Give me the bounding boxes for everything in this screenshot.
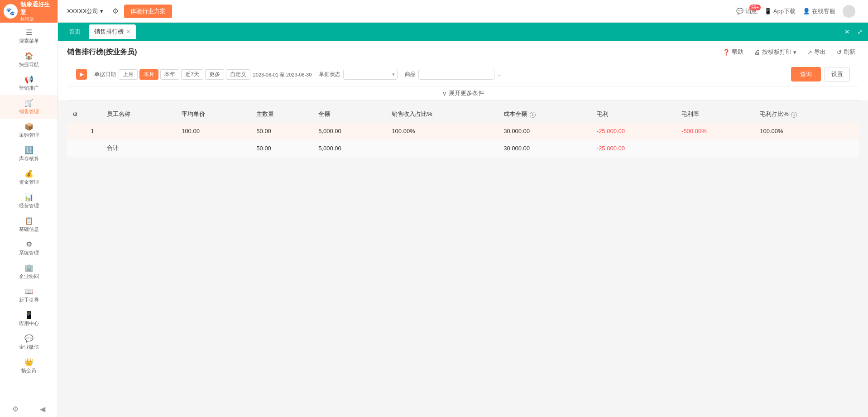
export-label: 导出 xyxy=(814,48,826,56)
logo-text: 畅康通好生意 标准版 xyxy=(20,1,54,22)
help-btn[interactable]: ❓ 帮助 xyxy=(719,46,747,58)
status-filter-label: 单据状态 xyxy=(319,71,340,78)
col-avg-price: 平均单价 xyxy=(176,105,251,123)
sidebar-item-guide[interactable]: 📖 新手引导 xyxy=(0,283,58,307)
sidebar-item-wechat[interactable]: 💬 企业微信 xyxy=(0,331,58,354)
sidebar-item-search[interactable]: ☰ 搜索菜单 xyxy=(0,24,58,48)
tab-close-icon[interactable]: ✕ xyxy=(126,29,130,35)
tab-home[interactable]: 首页 xyxy=(62,23,88,41)
sidebar-item-label: 采购管理 xyxy=(19,132,39,139)
footer-gross: -25,000.00 xyxy=(591,139,676,157)
col-settings[interactable]: ⚙ xyxy=(67,105,83,123)
footer-gross-pct xyxy=(754,139,859,157)
sidebar-item-system[interactable]: ⚙ 系统管理 xyxy=(0,236,58,260)
logo-title: 畅康通好生意 xyxy=(20,1,54,16)
app-download-btn[interactable]: 📱 App下载 xyxy=(764,7,796,15)
sidebar-item-purchase[interactable]: 📦 采购管理 xyxy=(0,119,58,142)
status-select[interactable] xyxy=(343,69,398,80)
search-menu-icon: ☰ xyxy=(26,28,32,37)
service-label: 在线客服 xyxy=(812,7,835,15)
filter-actions: 查询 设置 xyxy=(791,67,850,81)
date-btn-more[interactable]: 更多 xyxy=(205,69,224,80)
sidebar-item-quick[interactable]: 🏠 快捷导航 xyxy=(0,48,58,72)
tab-sales-ranking[interactable]: 销售排行榜 ✕ xyxy=(89,24,136,39)
col-amount: 全额 xyxy=(313,105,386,123)
tab-maximize-btn[interactable]: ⤢ xyxy=(855,26,864,37)
footer-rank xyxy=(83,139,101,157)
avatar[interactable] xyxy=(843,5,855,18)
sidebar-item-basic[interactable]: 📋 基础信息 xyxy=(0,213,58,236)
table-body: 1 100.00 50.00 5,000.00 100.00% 30,000.0… xyxy=(67,123,859,139)
expand-more-btn[interactable]: ∨ 展开更多条件 xyxy=(442,89,484,97)
message-badge: 99+ xyxy=(749,5,761,10)
date-btn-this-month[interactable]: 本月 xyxy=(139,69,158,80)
system-icon: ⚙ xyxy=(26,240,32,249)
date-btn-last-month[interactable]: 上月 xyxy=(119,69,138,80)
date-btn-7days[interactable]: 近7天 xyxy=(181,69,203,80)
company-selector[interactable]: XXXXX公司 ▾ xyxy=(63,5,107,17)
export-btn[interactable]: ↗ 导出 xyxy=(804,46,830,58)
date-filter-group: 单据日期 上月 本月 本年 近7天 更多 自定义 2023-06-01 至 20… xyxy=(94,69,312,80)
sidebar-item-label: 资金管理 xyxy=(19,179,39,186)
date-btn-custom[interactable]: 自定义 xyxy=(226,69,250,80)
filter-toggle-btn[interactable]: ▶ xyxy=(76,69,87,80)
sidebar-item-sales[interactable]: 🛒 销售管理 xyxy=(0,95,58,119)
footer-label: 合计 xyxy=(101,139,176,157)
marketing-icon: 📢 xyxy=(24,75,34,84)
cost-info-icon[interactable]: ℹ xyxy=(530,112,536,118)
status-filter-group: 单据状态 xyxy=(319,69,398,80)
template-print-btn[interactable]: 🖨 按模板打印 ▾ xyxy=(751,46,800,58)
cell-settings xyxy=(67,123,83,139)
sidebar-item-label: 快捷导航 xyxy=(19,61,39,68)
page-header: 销售排行榜(按业务员) ❓ 帮助 🖨 按模板打印 ▾ ↗ 导出 xyxy=(58,41,868,101)
apps-icon: 📱 xyxy=(24,311,34,319)
filter-settings-btn[interactable]: 设置 xyxy=(825,67,850,81)
message-btn[interactable]: 💬 消息 99+ xyxy=(736,7,757,15)
sidebar-item-member[interactable]: 👑 畅会员 xyxy=(0,354,58,378)
sidebar-item-marketing[interactable]: 📢 营销推广 xyxy=(0,72,58,95)
sidebar-item-operations[interactable]: 📊 经营管理 xyxy=(0,189,58,213)
cell-sales-pct: 100.00% xyxy=(386,123,498,139)
sidebar-item-label: 经营管理 xyxy=(19,202,39,209)
topbar: XXXXX公司 ▾ ⚙ 体验行业方案 💬 消息 99+ 📱 App下载 👤 在线… xyxy=(58,0,868,23)
settings-icon[interactable]: ⚙ xyxy=(110,5,120,17)
refresh-label: 刷新 xyxy=(844,48,855,56)
sidebar-item-label: 新手引导 xyxy=(19,297,39,303)
sidebar-item-label: 畅会员 xyxy=(21,367,36,374)
sidebar-item-label: 企业微信 xyxy=(19,344,39,350)
chevron-down-icon: ▾ xyxy=(793,49,796,56)
operations-icon: 📊 xyxy=(24,193,34,201)
help-label: 帮助 xyxy=(732,48,743,56)
tab-minimize-btn[interactable]: ✕ xyxy=(843,26,852,37)
topbar-right: 💬 消息 99+ 📱 App下载 👤 在线客服 xyxy=(736,5,863,18)
sidebar-item-label: 应用中心 xyxy=(19,320,39,327)
sidebar-item-apps[interactable]: 📱 应用中心 xyxy=(0,307,58,331)
footer-amount: 5,000.00 xyxy=(313,139,386,157)
sidebar-item-finance[interactable]: 💰 资金管理 xyxy=(0,166,58,189)
sidebar-collapse-btn[interactable]: ◀ xyxy=(40,405,45,413)
sidebar-item-label: 企业协同 xyxy=(19,273,39,280)
filter-bar: ▶ 单据日期 上月 本月 本年 近7天 更多 自定义 2023-06-01 至 … xyxy=(67,62,859,86)
gross-pct-info-icon[interactable]: ℹ xyxy=(791,112,797,118)
sidebar-item-inventory[interactable]: 🔢 库存核算 xyxy=(0,142,58,166)
cell-main-qty: 50.00 xyxy=(251,123,313,139)
expand-label: 展开更多条件 xyxy=(449,89,484,97)
footer-avg-price xyxy=(176,139,251,157)
sidebar-nav: ☰ 搜索菜单 🏠 快捷导航 📢 营销推广 🛒 销售管理 📦 采购管理 🔢 库存核… xyxy=(0,23,58,401)
chevron-down-icon: ▾ xyxy=(100,8,103,14)
col-main-qty: 主数量 xyxy=(251,105,313,123)
refresh-btn[interactable]: ↺ 刷新 xyxy=(833,46,859,58)
online-service-btn[interactable]: 👤 在线客服 xyxy=(803,7,835,15)
query-btn[interactable]: 查询 xyxy=(791,67,821,81)
sidebar-settings-btn[interactable]: ⚙ xyxy=(12,405,19,413)
date-btn-this-year[interactable]: 本年 xyxy=(160,69,179,80)
page-title: 销售排行榜(按业务员) xyxy=(67,48,137,57)
goods-input[interactable] xyxy=(418,69,494,80)
cell-rank: 1 xyxy=(83,123,101,139)
status-select-wrapper xyxy=(343,69,398,80)
trial-btn[interactable]: 体验行业方案 xyxy=(124,5,172,18)
sidebar-item-enterprise[interactable]: 🏢 企业协同 xyxy=(0,260,58,283)
app-label: App下载 xyxy=(773,7,796,15)
page-title-row: 销售排行榜(按业务员) ❓ 帮助 🖨 按模板打印 ▾ ↗ 导出 xyxy=(67,46,859,62)
header-row: ⚙ 员工名称 平均单价 主数量 全额 销售收入占比% 成本全额 ℹ 毛利 毛利率 xyxy=(67,105,859,123)
